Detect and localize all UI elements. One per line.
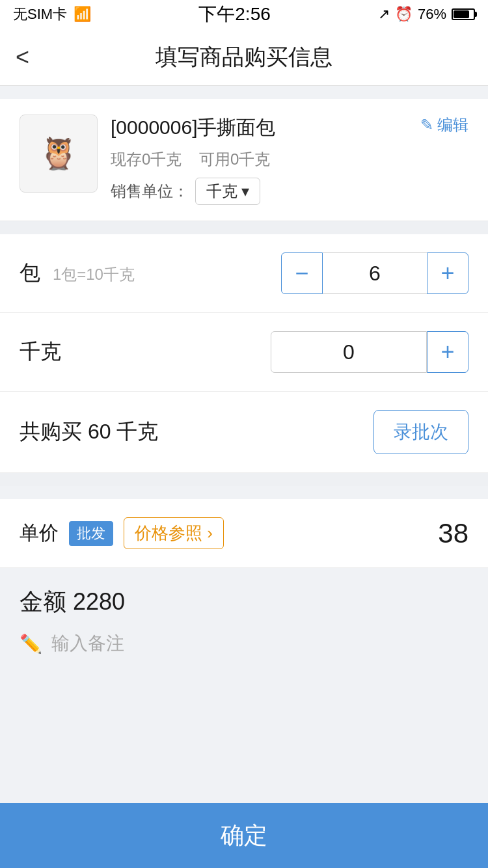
back-button[interactable]: < [16,44,29,71]
kg-quantity-control: + [271,331,468,373]
amount-row: 金额 2280 [20,586,468,618]
package-label: 包 1包=10千克 [20,259,281,288]
status-bar: 无SIM卡 📶 下午2:56 ↗ ⏰ 76% [0,0,488,29]
product-card: 🦉 [0000006]手撕面包 现存0千克 可用0千克 销售单位： 千克 ▾ ✎… [0,99,488,221]
page-title: 填写商品购买信息 [156,42,332,72]
product-image: 🦉 [20,115,98,193]
section-divider-1 [0,221,488,234]
nav-bar: < 填写商品购买信息 [0,29,488,86]
unit-value: 千克 [206,181,237,202]
unit-label: 销售单位： [111,181,189,202]
status-left: 无SIM卡 📶 [13,5,91,24]
product-info: [0000006]手撕面包 现存0千克 可用0千克 销售单位： 千克 ▾ [111,115,407,205]
price-tag-pifa: 批发 [69,521,113,546]
battery-icon [452,8,475,20]
total-text: 共购买 60 千克 [20,418,158,446]
price-value: 38 [438,518,468,549]
kg-label: 千克 [20,338,271,366]
package-input-section: 包 1包=10千克 − + 千克 + [0,234,488,392]
edit-label: 编辑 [437,115,468,135]
gps-icon: ↗ [378,6,390,23]
kg-quantity-input[interactable] [271,331,427,373]
pencil-icon: ✏️ [20,633,42,655]
price-section: 单价 批发 价格参照 › 38 [0,499,488,568]
unit-dropdown-icon: ▾ [241,182,249,200]
batch-button[interactable]: 录批次 [373,410,468,454]
product-name: [0000006]手撕面包 [111,115,407,141]
status-right: ↗ ⏰ 76% [378,6,475,23]
kg-increment-button[interactable]: + [427,331,468,373]
package-increment-button[interactable]: + [427,252,468,294]
product-thumbnail-icon: 🦉 [39,135,78,172]
available-label: 可用0千克 [199,150,270,168]
product-stock: 现存0千克 可用0千克 [111,149,407,170]
battery-percent: 76% [418,6,446,23]
package-decrement-button[interactable]: − [281,252,323,294]
alarm-icon: ⏰ [395,6,413,23]
package-hint: 1包=10千克 [53,265,135,283]
confirm-button-label: 确定 [221,820,267,852]
amount-section: 金额 2280 ✏️ 输入备注 [0,568,488,666]
package-quantity-control: − + [281,252,468,294]
total-row: 共购买 60 千克 录批次 [0,392,488,473]
package-input-row: 包 1包=10千克 − + [0,234,488,313]
stock-label: 现存0千克 [111,150,182,168]
carrier-label: 无SIM卡 [13,5,67,24]
status-time: 下午2:56 [198,2,271,27]
wifi-icon: 📶 [74,6,91,23]
price-label: 单价 [20,520,59,547]
package-label-text: 包 [20,261,40,284]
confirm-bar[interactable]: 确定 [0,803,488,868]
unit-select[interactable]: 千克 ▾ [195,178,260,205]
price-ref-button[interactable]: 价格参照 › [124,517,224,549]
product-unit: 销售单位： 千克 ▾ [111,178,407,205]
remark-placeholder: 输入备注 [51,631,124,656]
section-divider-2 [0,473,488,486]
kg-input-row: 千克 + [0,313,488,392]
amount-label: 金额 [20,588,66,615]
remark-row[interactable]: ✏️ 输入备注 [20,631,468,656]
edit-button[interactable]: ✎ 编辑 [420,115,468,135]
package-quantity-input[interactable] [323,252,427,294]
amount-value: 2280 [73,588,125,615]
edit-icon: ✎ [420,116,433,134]
